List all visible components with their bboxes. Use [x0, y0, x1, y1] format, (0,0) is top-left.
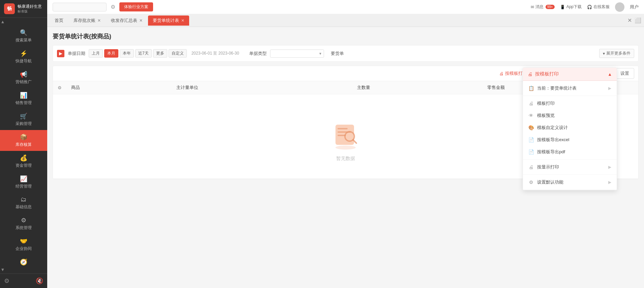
date-label: 单据日期 — [68, 51, 85, 57]
tab-close-batch[interactable]: ✕ — [97, 18, 101, 23]
sales-icon: 📊 — [20, 92, 27, 99]
dropdown-display-print[interactable]: 🖨 按显示打印 ▶ — [523, 161, 617, 173]
order-items-label: 要货单 — [331, 51, 344, 57]
marketing-icon: 📢 — [20, 71, 27, 78]
template-pdf-icon: 📄 — [528, 149, 534, 155]
sidebar-item-purchase[interactable]: 🛒 采购管理 — [0, 109, 47, 130]
sidebar-item-quick[interactable]: ⚡ 快捷导航 — [0, 46, 47, 67]
template-print-icon: 🖨 — [528, 101, 534, 106]
date-btn-last-month[interactable]: 上月 — [89, 49, 103, 58]
dropdown-template-print[interactable]: 🖨 模板打印 — [523, 97, 617, 109]
dropdown-header-left: 🖨 按模板打印 — [528, 71, 559, 77]
sidebar-item-operation[interactable]: 📈 经营管理 — [0, 172, 47, 193]
sidebar-item-inventory[interactable]: 📦 库存核算 — [0, 130, 47, 151]
sidebar-item-label: 快捷导航 — [16, 58, 32, 64]
sidebar-item-label: 库存核算 — [16, 142, 32, 148]
sidebar-item-collab[interactable]: 🤝 企业协同 — [0, 234, 47, 255]
avatar[interactable] — [615, 2, 624, 12]
sidebar-item-system[interactable]: ⚙ 系统管理 — [0, 213, 47, 234]
dropdown-print-icon: 🖨 — [528, 71, 532, 77]
tab-close-order-stat[interactable]: ✕ — [181, 18, 184, 23]
current-icon: 📋 — [528, 86, 534, 91]
date-btn-7days[interactable]: 近7天 — [135, 49, 152, 58]
basic-icon: 🗂 — [21, 196, 27, 203]
sidebar-item-label: 搜索菜单 — [16, 37, 32, 43]
finance-icon: 💰 — [20, 154, 27, 162]
display-print-icon: 🖨 — [528, 164, 534, 170]
dropdown-template-preview[interactable]: 👁 模板预览 — [523, 109, 617, 122]
settings-icon[interactable]: ⚙ — [4, 277, 9, 285]
dropdown-header[interactable]: 🖨 按模板打印 ▲ — [523, 68, 617, 81]
dropdown-default-func[interactable]: ⚙ 设置默认功能 ▶ — [523, 176, 617, 188]
tab-summary[interactable]: 收发存汇总表 ✕ — [106, 15, 147, 26]
dropdown-template-design[interactable]: 🎨 模板自定义设计 — [523, 122, 617, 134]
tab-batch[interactable]: 库存批次账 ✕ — [69, 15, 106, 26]
sidebar: 畅 畅康通好生意 标准版 ▲ 🔍 搜索菜单 ⚡ 快捷导航 📢 营销推广 📊 销售… — [0, 0, 47, 288]
topbar-search-input[interactable] — [53, 3, 107, 11]
sidebar-item-label: 系统管理 — [16, 225, 32, 231]
audio-icon[interactable]: 🔇 — [36, 277, 43, 285]
col-qty: 主数量 — [352, 81, 483, 94]
tab-close-all[interactable]: ✕ — [627, 17, 632, 24]
table-gear-icon[interactable]: ⚙ — [58, 85, 62, 90]
date-btn-this-month[interactable]: 本月 — [104, 49, 118, 58]
display-print-arrow: ▶ — [608, 165, 611, 169]
expand-label: 展开更多条件 — [606, 51, 631, 56]
settings-btn[interactable]: 设置 — [615, 68, 634, 79]
col-product: 商品 — [66, 81, 172, 94]
dropdown-template-excel[interactable]: 📄 按模板导出excel — [523, 134, 617, 146]
trial-btn[interactable]: 体验行业方案 — [119, 2, 153, 11]
sidebar-logo: 畅 畅康通好生意 标准版 — [0, 0, 47, 18]
empty-icon — [329, 118, 362, 152]
expand-more-btn[interactable]: ▾ 展开更多条件 — [599, 49, 634, 58]
date-btns: 上月 本月 本年 近7天 更多 自定义 — [89, 49, 187, 58]
sidebar-item-label: 营销推广 — [16, 79, 32, 85]
dropdown-template-pdf[interactable]: 📄 按模板导出pdf — [523, 146, 617, 158]
sidebar-item-label: 基础信息 — [16, 204, 32, 210]
username: 用户 — [630, 4, 639, 10]
sidebar-scroll-down[interactable]: ▼ — [0, 266, 5, 274]
date-btn-this-year[interactable]: 本年 — [120, 49, 134, 58]
filter-card: ▶ 单据日期 上月 本月 本年 近7天 更多 自定义 2023-06-01 至 … — [53, 45, 639, 62]
order-type-select-wrapper — [270, 50, 324, 58]
sidebar-item-marketing[interactable]: 📢 营销推广 — [0, 67, 47, 88]
print-icon: 🖨 — [499, 71, 504, 76]
message-btn[interactable]: ✉ 消息 99+ — [531, 4, 555, 10]
dropdown-template-section: 🖨 模板打印 👁 模板预览 🎨 模板自定义设计 📄 按模板导出excel 📄 — [523, 96, 617, 160]
dropdown-current-item[interactable]: 📋 模板打印 当前：要货单统计表 ▶ — [523, 82, 617, 94]
filter-toggle-btn[interactable]: ▶ — [57, 50, 64, 57]
topbar-right: ✉ 消息 99+ 📱 App下载 🎧 在线客服 用户 — [531, 2, 639, 12]
logo-icon: 畅 — [4, 3, 15, 14]
topbar-gear-icon[interactable]: ⚙ — [111, 4, 115, 10]
sidebar-item-label: 资金管理 — [16, 163, 32, 168]
sidebar-item-label: 采购管理 — [16, 121, 32, 127]
purchase-icon: 🛒 — [20, 113, 27, 120]
tabbar-actions: ✕ ⬜ — [627, 17, 641, 24]
sidebar-item-search[interactable]: 🔍 搜索菜单 — [0, 26, 47, 46]
tab-close-summary[interactable]: ✕ — [139, 18, 143, 23]
tab-expand[interactable]: ⬜ — [635, 17, 641, 24]
order-type-select[interactable] — [270, 50, 324, 58]
service-btn[interactable]: 🎧 在线客服 — [587, 4, 610, 10]
message-icon: ✉ — [531, 5, 534, 9]
sidebar-item-guide[interactable]: 🧭 新手引导 — [0, 255, 47, 266]
sidebar-item-basic[interactable]: 🗂 基础信息 — [0, 193, 47, 213]
dropdown-current-section: 📋 模板打印 当前：要货单统计表 ▶ — [523, 81, 617, 96]
sidebar-item-finance[interactable]: 💰 资金管理 — [0, 151, 47, 172]
template-excel-label: 按模板导出excel — [537, 137, 569, 143]
default-func-icon: ⚙ — [528, 180, 534, 185]
sidebar-item-sales[interactable]: 📊 销售管理 — [0, 88, 47, 109]
tabbar: 首页 库存批次账 ✕ 收发存汇总表 ✕ 要货单统计表 ✕ ✕ ⬜ — [47, 14, 644, 27]
dropdown-default-section: ⚙ 设置默认功能 ▶ — [523, 175, 617, 190]
app-download-btn[interactable]: 📱 App下载 — [560, 4, 582, 10]
date-btn-more[interactable]: 更多 — [153, 49, 167, 58]
print-dropdown: 🖨 按模板打印 ▲ 📋 模板打印 当前：要货单统计表 ▶ — [523, 67, 617, 190]
tab-home[interactable]: 首页 — [50, 15, 68, 26]
main-area: ⚙ 体验行业方案 ✉ 消息 99+ 📱 App下载 🎧 在线客服 用户 首页 — [47, 0, 644, 288]
sidebar-item-label: 企业协同 — [16, 246, 32, 252]
tab-order-stat[interactable]: 要货单统计表 ✕ — [148, 15, 189, 26]
inventory-icon: 📦 — [20, 133, 27, 141]
sidebar-scroll-up[interactable]: ▲ — [0, 18, 5, 26]
filter-row-1: ▶ 单据日期 上月 本月 本年 近7天 更多 自定义 2023-06-01 至 … — [57, 49, 634, 58]
date-btn-custom[interactable]: 自定义 — [169, 49, 187, 58]
